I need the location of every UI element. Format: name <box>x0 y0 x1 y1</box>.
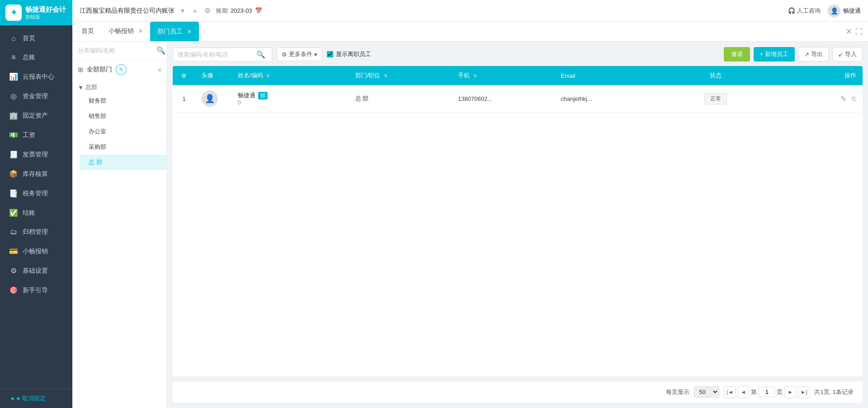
search-input[interactable] <box>178 51 254 58</box>
fixed-assets-icon: 🏢 <box>9 111 18 120</box>
employee-table: ⚙ 头像 姓名/编码 ⇅ 部门/职位 ⇅ 手机 <box>173 66 863 113</box>
employee-name-text: 畅捷通 <box>238 91 255 100</box>
employee-table-wrap: ⚙ 头像 姓名/编码 ⇅ 部门/职位 ⇅ 手机 <box>173 66 863 376</box>
sidebar-item-xiaochang[interactable]: 💳 小畅报销 <box>0 242 72 261</box>
logout-icon[interactable]: ⎋ <box>852 95 856 103</box>
maximize-icon[interactable]: ⛶ <box>855 28 863 36</box>
th-dept[interactable]: 部门/职位 ⇅ <box>349 66 452 85</box>
close-window-icon[interactable]: ✕ <box>846 27 852 36</box>
consult-button[interactable]: 🎧 人工咨询 <box>788 7 821 15</box>
sidebar-item-tax[interactable]: 📑 税务管理 <box>0 184 72 203</box>
dept-search-input[interactable] <box>78 47 154 54</box>
th-name[interactable]: 姓名/编码 ⇅ <box>231 66 349 85</box>
tab-close-xiaochang[interactable]: ✕ <box>138 28 143 34</box>
pagination-nav: |◄ ◄ 第 页 ► ►| <box>724 386 810 398</box>
show-resigned-checkbox[interactable] <box>327 51 333 57</box>
search-icon[interactable]: 🔍 <box>156 46 165 55</box>
export-button[interactable]: ↗ 导出 <box>798 47 829 62</box>
th-avatar: 头像 <box>195 66 231 85</box>
th-status: 状态 <box>672 66 760 85</box>
add-tab-button[interactable]: ＋ <box>191 5 199 16</box>
dept-panel-header: ⊞ 全部部门 ✎ « <box>72 60 167 80</box>
sidebar-item-invoice[interactable]: 🧾 发票管理 <box>0 145 72 164</box>
filter-button[interactable]: ⚙ 更多条件 ▾ <box>277 47 322 61</box>
cell-dept: 总 部 <box>349 85 452 113</box>
search-icon[interactable]: 🔍 <box>256 50 265 59</box>
sort-icon-name[interactable]: ⇅ <box>266 73 270 78</box>
sidebar-label-home: 首页 <box>23 34 35 43</box>
sidebar-label-new-guide: 新手引导 <box>23 286 48 294</box>
reports-icon: 📊 <box>9 72 18 81</box>
first-page-button[interactable]: |◄ <box>724 386 736 398</box>
tab-xiaochang[interactable]: 小畅报销 ✕ <box>101 22 150 41</box>
sidebar-item-fixed-assets[interactable]: 🏢 固定资产 <box>0 106 72 125</box>
sidebar-item-settlement[interactable]: ✅ 结账 <box>0 203 72 223</box>
tabs-right-actions: ✕ ⛶ <box>846 22 866 41</box>
sidebar-item-salary[interactable]: 💵 工资 <box>0 125 72 145</box>
search-bar: 🔍 <box>173 47 272 62</box>
employee-dept-badge: 部 <box>258 92 268 100</box>
tab-close-dept-staff[interactable]: ✕ <box>187 28 192 35</box>
add-employee-button[interactable]: + 新增员工 <box>754 47 795 62</box>
company-dropdown-icon[interactable]: ▼ <box>180 8 185 14</box>
content-area: 🔍 ⊞ 全部部门 ✎ « ▼ 总部 财务部 销售部 办公室 采购部 总 部 <box>72 42 868 408</box>
sidebar-item-assets-mgmt[interactable]: ◎ 资金管理 <box>0 86 72 106</box>
prev-page-button[interactable]: ◄ <box>737 386 749 398</box>
last-page-button[interactable]: ►| <box>798 386 810 398</box>
sidebar-item-ledger[interactable]: ≡ 总账 <box>0 48 72 67</box>
cell-avatar: 👤 <box>195 85 231 113</box>
dept-children: 财务部 销售部 办公室 采购部 总 部 <box>72 93 167 170</box>
page-input[interactable] <box>759 387 775 397</box>
ledger-icon: ≡ <box>9 53 18 62</box>
calendar-icon[interactable]: 📅 <box>255 7 262 14</box>
sidebar-item-reports[interactable]: 📊 云报表中心 <box>0 67 72 86</box>
sidebar-item-archive[interactable]: 🗂 归档管理 <box>0 223 72 242</box>
dept-node-purchase[interactable]: 采购部 <box>80 139 167 155</box>
per-page-select[interactable]: 50 20 100 <box>694 386 719 398</box>
dept-collapse-button[interactable]: « <box>158 66 161 73</box>
cancel-fixed-button[interactable]: ◄◄ 取消固定 <box>0 389 72 408</box>
sidebar-item-inventory[interactable]: 📦 库存核算 <box>0 164 72 184</box>
table-header-row: ⚙ 头像 姓名/编码 ⇅ 部门/职位 ⇅ 手机 <box>173 66 863 85</box>
sidebar-label-salary: 工资 <box>23 131 35 139</box>
dept-node-finance[interactable]: 财务部 <box>80 93 167 109</box>
user-menu[interactable]: 👤 畅捷通 <box>828 5 861 17</box>
th-phone[interactable]: 手机 ⇅ <box>452 66 554 85</box>
cell-name: 畅捷通 部 0 <box>231 85 349 113</box>
sidebar-label-basic-settings: 基础设置 <box>23 267 48 275</box>
person-icon: 👤 <box>205 94 215 104</box>
dept-search-bar: 🔍 <box>72 42 167 60</box>
dept-node-general[interactable]: 总 部 <box>80 155 167 170</box>
dept-node-office[interactable]: 办公室 <box>80 124 167 139</box>
tab-dept-staff[interactable]: 部门员工 ✕ <box>150 22 199 41</box>
sidebar-label-inventory: 库存核算 <box>23 170 48 178</box>
period-value: 2023-03 <box>231 7 252 14</box>
topbar-right: 🎧 人工咨询 👤 畅捷通 <box>788 5 861 17</box>
table-body: 1 👤 畅捷通 部 0 <box>173 85 863 113</box>
topbar: 江西服宝精品有限责任公司内账张 ▼ ＋ ⚙ 账期 2023-03 📅 🎧 人工咨… <box>72 0 868 22</box>
edit-icon[interactable]: ✎ <box>840 95 846 103</box>
sidebar-item-basic-settings[interactable]: ⚙ 基础设置 <box>0 261 72 280</box>
tab-home[interactable]: 首页 <box>74 22 101 41</box>
dept-node-sales[interactable]: 销售部 <box>80 109 167 124</box>
sidebar-item-home[interactable]: ⌂ 首页 <box>0 29 72 48</box>
sort-icon-phone[interactable]: ⇅ <box>473 73 477 78</box>
next-page-button[interactable]: ► <box>784 386 796 398</box>
import-button[interactable]: ↙ 导入 <box>832 47 863 62</box>
username-label: 畅捷通 <box>843 7 861 15</box>
tabs-bar: 首页 小畅报销 ✕ 部门员工 ✕ ✕ ⛶ <box>72 22 868 42</box>
sidebar-item-new-guide[interactable]: 🎯 新手引导 <box>0 280 72 300</box>
sort-icon-dept[interactable]: ⇅ <box>384 73 387 78</box>
employee-code: 0 <box>238 100 343 106</box>
app-logo-text: 畅捷通好会计 旗舰版 <box>25 5 66 20</box>
period-info: 账期 2023-03 📅 <box>216 7 262 15</box>
settings-icon[interactable]: ⚙ <box>204 6 211 15</box>
dept-panel: 🔍 ⊞ 全部部门 ✎ « ▼ 总部 财务部 销售部 办公室 采购部 总 部 <box>72 42 167 408</box>
cell-status: 正常 <box>672 85 760 113</box>
sidebar-label-assets-mgmt: 资金管理 <box>23 92 48 100</box>
page-label: 第 <box>751 388 757 396</box>
invite-button[interactable]: 邀请 <box>724 47 750 62</box>
th-settings[interactable]: ⚙ <box>173 66 195 85</box>
sidebar-label-settlement: 结账 <box>23 209 35 217</box>
dept-edit-button[interactable]: ✎ <box>116 64 127 75</box>
